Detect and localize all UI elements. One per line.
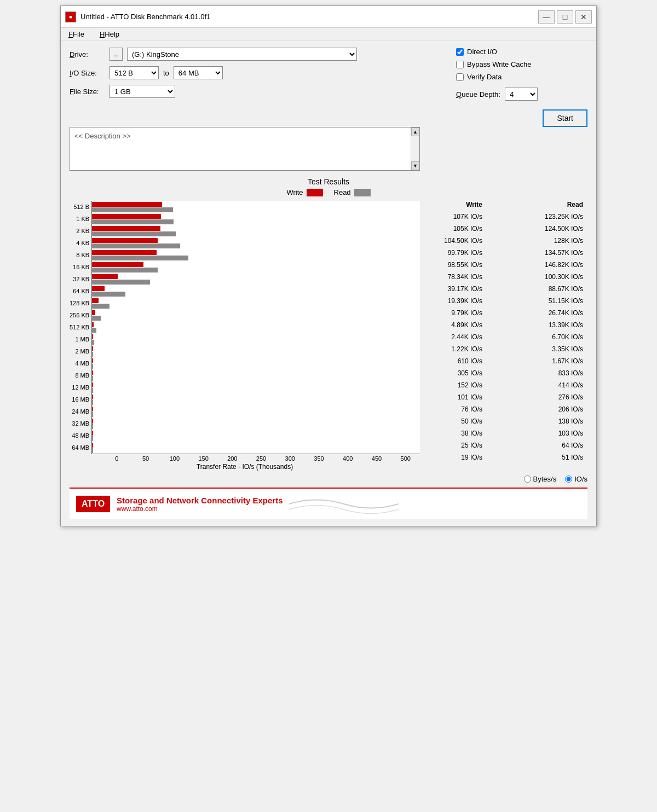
right-controls: Direct I/O Bypass Write Cache Verify Dat… <box>445 48 587 127</box>
read-value: 128K IO/s <box>528 237 583 245</box>
table-row: 19.39K IO/s51.15K IO/s <box>429 295 587 307</box>
bar-pair <box>92 369 420 381</box>
bar-label: 512 KB <box>70 321 89 333</box>
bar-pair <box>92 357 420 369</box>
direct-io-label[interactable]: Direct I/O <box>467 48 497 56</box>
bar-rows: 512 B1 KB2 KB4 KB8 KB16 KB32 KB64 KB128 … <box>70 201 420 454</box>
bypass-cache-label[interactable]: Bypass Write Cache <box>467 60 532 68</box>
close-button[interactable]: ✕ <box>575 10 592 24</box>
x-axis-tick: 150 <box>189 455 218 462</box>
browse-button[interactable]: ... <box>110 48 123 61</box>
minimize-button[interactable]: — <box>538 10 555 24</box>
read-value: 134.57K IO/s <box>528 249 583 257</box>
bar-pair <box>92 442 420 454</box>
io-size-label: I/O Size: <box>70 69 105 77</box>
file-size-row: File Size: 1 GB <box>70 85 445 98</box>
write-bar <box>92 395 93 399</box>
bar-pair <box>92 261 420 273</box>
description-text: << Description >> <box>70 127 419 144</box>
to-label: to <box>163 69 169 77</box>
bytes-label[interactable]: Bytes/s <box>533 475 557 483</box>
verify-data-checkbox[interactable] <box>456 73 464 81</box>
bar-label: 1 KB <box>70 213 89 225</box>
scroll-up-button[interactable]: ▲ <box>411 127 420 136</box>
read-bar <box>92 304 110 309</box>
verify-data-label[interactable]: Verify Data <box>467 73 502 81</box>
bypass-cache-checkbox[interactable] <box>456 61 464 68</box>
write-value: 25 IO/s <box>433 442 482 449</box>
x-axis-tick: 100 <box>160 455 189 462</box>
bar-pair <box>92 333 420 345</box>
read-bar <box>92 243 180 248</box>
menu-help[interactable]: HHelp <box>96 29 123 39</box>
data-table-header: Write Read <box>429 201 587 208</box>
footer-banner: ATTO Storage and Network Connectivity Ex… <box>70 488 587 519</box>
read-bar <box>92 448 93 453</box>
start-button[interactable]: Start <box>543 109 587 127</box>
read-value: 26.74K IO/s <box>528 309 583 317</box>
scroll-down-button[interactable]: ▼ <box>411 161 420 170</box>
table-row: 9.79K IO/s26.74K IO/s <box>429 307 587 319</box>
maximize-button[interactable]: □ <box>557 10 573 24</box>
bar-pair <box>92 201 420 213</box>
ios-label[interactable]: IO/s <box>574 475 587 483</box>
file-size-label: File Size: <box>70 88 105 96</box>
write-value: 1.22K IO/s <box>433 345 482 353</box>
write-legend-label: Write <box>286 188 303 196</box>
io-size-from-select[interactable]: 512 B <box>110 66 159 79</box>
write-bar <box>92 310 95 315</box>
read-bar <box>92 316 101 321</box>
queue-depth-select[interactable]: 4 <box>505 88 538 101</box>
bypass-cache-row: Bypass Write Cache <box>456 60 587 68</box>
ios-radio-item: IO/s <box>565 475 587 483</box>
bar-label: 512 B <box>70 201 89 213</box>
bar-labels: 512 B1 KB2 KB4 KB8 KB16 KB32 KB64 KB128 … <box>70 201 91 454</box>
write-value: 152 IO/s <box>433 381 482 389</box>
write-value: 76 IO/s <box>433 405 482 413</box>
write-value: 78.34K IO/s <box>433 273 482 281</box>
drive-select[interactable]: (G:) KingStone <box>127 48 357 61</box>
write-bar <box>92 250 157 255</box>
read-bar <box>92 328 96 333</box>
main-window: ■ Untitled - ATTO Disk Benchmark 4.01.0f… <box>60 5 597 526</box>
results-section: Test Results Write Read 512 B1 KB2 KB4 K… <box>70 177 587 483</box>
bytes-radio[interactable] <box>524 475 531 483</box>
bar-pair <box>92 321 420 333</box>
read-bar <box>92 280 150 285</box>
bar-pair <box>92 285 420 297</box>
bar-label: 2 KB <box>70 225 89 237</box>
write-bar <box>92 334 93 339</box>
table-row: 25 IO/s64 IO/s <box>429 439 587 451</box>
queue-depth-label: Queue Depth: <box>456 90 500 98</box>
menu-bar: FFile HHelp <box>61 28 596 41</box>
table-row: 38 IO/s103 IO/s <box>429 427 587 439</box>
file-size-select[interactable]: 1 GB <box>110 85 175 98</box>
io-size-to-select[interactable]: 64 MB <box>174 66 223 79</box>
data-table: Write Read 107K IO/s123.25K IO/s105K IO/… <box>429 201 587 471</box>
read-legend-item: Read <box>334 188 371 196</box>
read-bar <box>92 436 93 441</box>
description-scrollbar[interactable]: ▲ ▼ <box>411 127 419 170</box>
write-bar <box>92 214 161 219</box>
write-value: 101 IO/s <box>433 393 482 401</box>
drive-label: Drive: <box>70 50 105 59</box>
ios-radio[interactable] <box>565 475 572 483</box>
write-bar <box>92 370 93 375</box>
x-axis-tick: 0 <box>102 455 131 462</box>
title-bar-left: ■ Untitled - ATTO Disk Benchmark 4.01.0f… <box>65 11 210 22</box>
bar-pair <box>92 309 420 321</box>
write-bar <box>92 238 158 243</box>
x-axis-tick: 300 <box>275 455 304 462</box>
read-value: 64 IO/s <box>528 442 583 449</box>
top-section: Drive: ... (G:) KingStone I/O Size: 512 … <box>70 48 587 127</box>
read-bar <box>92 219 174 224</box>
read-bar <box>92 207 173 212</box>
bar-label: 16 MB <box>70 393 89 405</box>
table-row: 99.79K IO/s134.57K IO/s <box>429 247 587 259</box>
direct-io-checkbox[interactable] <box>456 48 464 56</box>
read-value: 138 IO/s <box>528 417 583 425</box>
table-row: 78.34K IO/s100.30K IO/s <box>429 271 587 283</box>
table-row: 2.44K IO/s6.70K IO/s <box>429 331 587 343</box>
table-row: 152 IO/s414 IO/s <box>429 379 587 391</box>
menu-file[interactable]: FFile <box>65 29 88 39</box>
